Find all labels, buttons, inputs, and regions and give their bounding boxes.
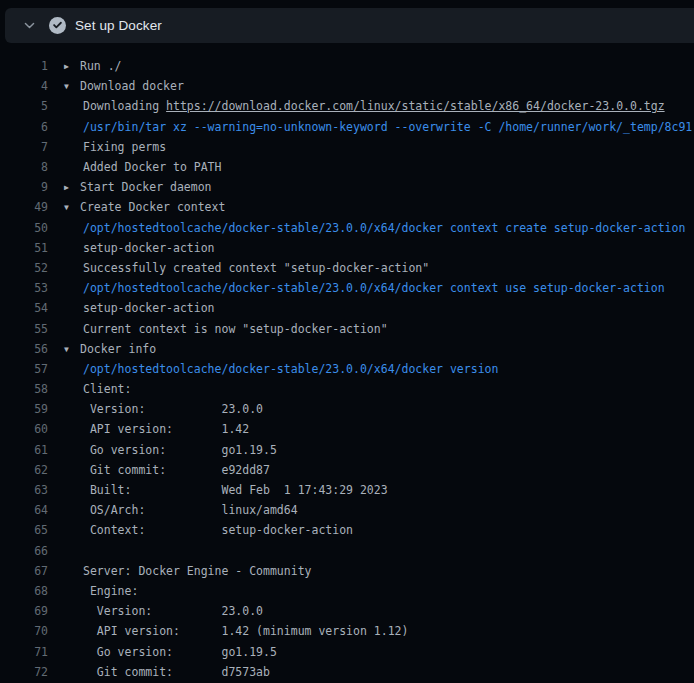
log-line: 61 Go version: go1.19.5 bbox=[0, 440, 694, 460]
log-group-row[interactable]: 4▼Download docker bbox=[0, 76, 694, 96]
line-number[interactable]: 67 bbox=[0, 564, 48, 578]
group-header: ▼Create Docker context bbox=[64, 200, 225, 214]
triangle-right-icon[interactable]: ▶ bbox=[64, 183, 80, 192]
triangle-down-icon[interactable]: ▼ bbox=[64, 345, 80, 354]
log-text: Context: setup-docker-action bbox=[64, 523, 353, 537]
log-lines: 1▶Run ./4▼Download docker5Downloading ht… bbox=[0, 56, 694, 682]
log-text: API version: 1.42 bbox=[64, 422, 249, 436]
log-text: Git commit: e92dd87 bbox=[64, 463, 270, 477]
line-number[interactable]: 60 bbox=[0, 422, 48, 436]
log-line: 57/opt/hostedtoolcache/docker-stable/23.… bbox=[0, 359, 694, 379]
line-number[interactable]: 61 bbox=[0, 443, 48, 457]
group-title: Run ./ bbox=[80, 59, 122, 73]
group-header: ▶Run ./ bbox=[64, 59, 122, 73]
log-text: Client: bbox=[64, 382, 131, 396]
step-title: Set up Docker bbox=[75, 18, 162, 33]
log-line: 67Server: Docker Engine - Community bbox=[0, 561, 694, 581]
command-text: /usr/bin/tar xz --warning=no-unknown-key… bbox=[64, 120, 692, 134]
log-line: 62 Git commit: e92dd87 bbox=[0, 460, 694, 480]
log-line: 63 Built: Wed Feb 1 17:43:29 2023 bbox=[0, 480, 694, 500]
log-line: 51setup-docker-action bbox=[0, 238, 694, 258]
log-line: 7Fixing perms bbox=[0, 137, 694, 157]
line-number[interactable]: 5 bbox=[0, 99, 48, 113]
line-number[interactable]: 52 bbox=[0, 261, 48, 275]
line-number[interactable]: 54 bbox=[0, 301, 48, 315]
log-group-row[interactable]: 1▶Run ./ bbox=[0, 56, 694, 76]
log-text: Go version: go1.19.5 bbox=[64, 645, 277, 659]
log-line: 68 Engine: bbox=[0, 581, 694, 601]
log-group-row[interactable]: 56▼Docker info bbox=[0, 339, 694, 359]
triangle-down-icon[interactable]: ▼ bbox=[64, 203, 80, 212]
log-text: Version: 23.0.0 bbox=[64, 402, 263, 416]
line-number[interactable]: 65 bbox=[0, 523, 48, 537]
line-number[interactable]: 70 bbox=[0, 624, 48, 638]
log-line: 60 API version: 1.42 bbox=[0, 419, 694, 439]
log-line: 72 Git commit: d7573ab bbox=[0, 662, 694, 682]
line-number[interactable]: 6 bbox=[0, 120, 48, 134]
log-text: setup-docker-action bbox=[64, 301, 215, 315]
line-number[interactable]: 4 bbox=[0, 79, 48, 93]
log-text: Git commit: d7573ab bbox=[64, 665, 270, 679]
log-group-row[interactable]: 9▶Start Docker daemon bbox=[0, 177, 694, 197]
download-url-link[interactable]: https://download.docker.com/linux/static… bbox=[166, 99, 665, 113]
line-number[interactable]: 51 bbox=[0, 241, 48, 255]
log-line: 71 Go version: go1.19.5 bbox=[0, 641, 694, 661]
log-text: setup-docker-action bbox=[64, 241, 215, 255]
log-text: Fixing perms bbox=[64, 140, 166, 154]
log-text: API version: 1.42 (minimum version 1.12) bbox=[64, 624, 408, 638]
log-line: 50/opt/hostedtoolcache/docker-stable/23.… bbox=[0, 218, 694, 238]
log-line: 59 Version: 23.0.0 bbox=[0, 399, 694, 419]
log-text: Added Docker to PATH bbox=[64, 160, 221, 174]
triangle-down-icon[interactable]: ▼ bbox=[64, 82, 80, 91]
line-number[interactable]: 53 bbox=[0, 281, 48, 295]
line-number[interactable]: 1 bbox=[0, 59, 48, 73]
command-text: /opt/hostedtoolcache/docker-stable/23.0.… bbox=[64, 221, 685, 235]
log-text-prefix: Downloading bbox=[83, 99, 166, 113]
line-number[interactable]: 69 bbox=[0, 604, 48, 618]
log-line: 52Successfully created context "setup-do… bbox=[0, 258, 694, 278]
line-number[interactable]: 72 bbox=[0, 665, 48, 679]
group-header: ▶Start Docker daemon bbox=[64, 180, 212, 194]
group-title: Download docker bbox=[80, 79, 184, 93]
log-text: Server: Docker Engine - Community bbox=[64, 564, 311, 578]
group-title: Create Docker context bbox=[80, 200, 225, 214]
log-line: 66 bbox=[0, 541, 694, 561]
group-header: ▼Docker info bbox=[64, 342, 156, 356]
line-number[interactable]: 57 bbox=[0, 362, 48, 376]
log-line: 69 Version: 23.0.0 bbox=[0, 601, 694, 621]
log-line: 6/usr/bin/tar xz --warning=no-unknown-ke… bbox=[0, 117, 694, 137]
line-number[interactable]: 7 bbox=[0, 140, 48, 154]
actions-log-viewer: Set up Docker 1▶Run ./4▼Download docker5… bbox=[0, 0, 694, 683]
line-number[interactable]: 66 bbox=[0, 544, 48, 558]
log-line: 65 Context: setup-docker-action bbox=[0, 520, 694, 540]
log-group-row[interactable]: 49▼Create Docker context bbox=[0, 197, 694, 217]
log-text: Built: Wed Feb 1 17:43:29 2023 bbox=[64, 483, 388, 497]
line-number[interactable]: 64 bbox=[0, 503, 48, 517]
command-text: /opt/hostedtoolcache/docker-stable/23.0.… bbox=[64, 281, 665, 295]
line-number[interactable]: 62 bbox=[0, 463, 48, 477]
step-header[interactable]: Set up Docker bbox=[5, 8, 694, 43]
log-text: OS/Arch: linux/amd64 bbox=[64, 503, 298, 517]
check-circle-icon bbox=[49, 17, 66, 34]
log-text: Successfully created context "setup-dock… bbox=[64, 261, 429, 275]
line-number[interactable]: 49 bbox=[0, 200, 48, 214]
triangle-right-icon[interactable]: ▶ bbox=[64, 62, 80, 71]
line-number[interactable]: 63 bbox=[0, 483, 48, 497]
line-number[interactable]: 9 bbox=[0, 180, 48, 194]
line-number[interactable]: 56 bbox=[0, 342, 48, 356]
log-text: Downloading https://download.docker.com/… bbox=[64, 99, 665, 113]
command-text: /opt/hostedtoolcache/docker-stable/23.0.… bbox=[64, 362, 498, 376]
log-line: 55Current context is now "setup-docker-a… bbox=[0, 318, 694, 338]
chevron-down-icon[interactable] bbox=[23, 19, 36, 33]
log-line: 5Downloading https://download.docker.com… bbox=[0, 96, 694, 116]
line-number[interactable]: 55 bbox=[0, 322, 48, 336]
log-line: 54setup-docker-action bbox=[0, 298, 694, 318]
line-number[interactable]: 8 bbox=[0, 160, 48, 174]
line-number[interactable]: 68 bbox=[0, 584, 48, 598]
line-number[interactable]: 50 bbox=[0, 221, 48, 235]
line-number[interactable]: 59 bbox=[0, 402, 48, 416]
log-text: Go version: go1.19.5 bbox=[64, 443, 277, 457]
group-header: ▼Download docker bbox=[64, 79, 184, 93]
line-number[interactable]: 71 bbox=[0, 645, 48, 659]
line-number[interactable]: 58 bbox=[0, 382, 48, 396]
